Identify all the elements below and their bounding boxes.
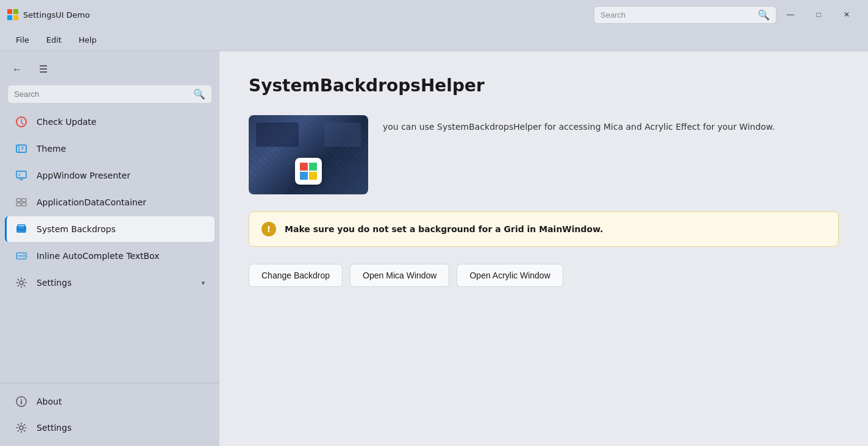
system-backdrops-label: System Backdrops [37,224,116,234]
menu-help[interactable]: Help [73,33,103,47]
sidebar-item-check-update[interactable]: Check Update [5,109,215,135]
content-area: SystemBackdropsHelper you can use System… [219,51,868,446]
maximize-button[interactable]: □ [805,5,833,24]
menu-edit[interactable]: Edit [40,33,68,47]
settings-chevron-icon: ▾ [201,279,205,287]
sidebar-item-settings[interactable]: Settings ▾ [5,270,215,296]
check-update-label: Check Update [37,117,96,127]
hero-image-icon [295,158,322,185]
main-layout: ← ☰ 🔍 Check Update [0,51,868,446]
grid-green [309,163,317,171]
settings-icon [15,276,28,289]
svg-point-17 [20,426,23,430]
svg-rect-5 [16,145,26,152]
theme-icon [15,142,28,155]
theme-label: Theme [37,144,66,154]
minimize-button[interactable]: — [777,5,805,24]
hero-description: you can use SystemBackdropsHelper for ac… [383,115,775,133]
svg-rect-3 [13,15,18,20]
app-icon [7,9,18,20]
warning-box: ! Make sure you do not set a background … [249,211,839,247]
top-search-icon: 🔍 [758,9,770,21]
top-search-box[interactable]: 🔍 [594,6,777,24]
title-bar-search-area: 🔍 [594,6,777,24]
sidebar-item-application-data-container[interactable]: ApplicationDataContainer [5,189,215,215]
page-title: SystemBackdropsHelper [249,76,839,96]
settings-bottom-label: Settings [37,423,71,433]
grid-red [300,163,308,171]
hero-image [249,115,368,194]
svg-rect-8 [22,199,26,202]
action-buttons: Change Backdrop Open Mica Window Open Ac… [249,264,839,287]
grid-blue [300,172,308,180]
change-backdrop-button[interactable]: Change Backdrop [249,264,343,287]
system-backdrops-icon [15,222,28,236]
warning-text: Make sure you do not set a background fo… [285,224,603,234]
about-icon [15,395,28,408]
sidebar: ← ☰ 🔍 Check Update [0,51,219,446]
hero-section: you can use SystemBackdropsHelper for ac… [249,115,839,194]
svg-rect-1 [13,9,18,14]
appwindow-presenter-label: AppWindow Presenter [37,171,130,180]
svg-rect-9 [16,203,21,206]
svg-rect-10 [22,203,26,206]
grid-yellow [309,172,317,180]
svg-rect-7 [16,199,21,202]
check-update-icon [15,115,28,129]
svg-rect-2 [7,15,12,20]
sidebar-item-appwindow-presenter[interactable]: AppWindow Presenter [5,163,215,188]
menu-bar: File Edit Help [0,29,868,51]
svg-point-14 [20,281,23,285]
title-bar-left: SettingsUI Demo [7,9,594,20]
menu-file[interactable]: File [10,33,35,47]
sidebar-bottom: About Settings [0,383,219,441]
about-label: About [37,397,62,406]
colorful-grid [300,163,317,180]
sidebar-item-inline-autocomplete[interactable]: Inline AutoComplete TextBox [5,243,215,269]
warning-icon: ! [261,222,276,236]
svg-rect-0 [7,9,12,14]
sidebar-search-input[interactable] [14,90,188,99]
open-mica-window-button[interactable]: Open Mica Window [350,264,449,287]
open-acrylic-window-button[interactable]: Open Acrylic Window [457,264,563,287]
settings-bottom-icon [15,421,28,434]
app-title-text: SettingsUI Demo [23,10,90,19]
close-button[interactable]: ✕ [833,5,861,24]
sidebar-item-theme[interactable]: Theme [5,136,215,161]
appwindow-presenter-icon [15,169,28,182]
back-button[interactable]: ← [10,62,24,77]
inline-autocomplete-label: Inline AutoComplete TextBox [37,251,159,261]
application-data-container-icon [15,196,28,209]
svg-rect-6 [16,171,26,178]
sidebar-item-about[interactable]: About [5,389,215,414]
inline-autocomplete-icon [15,249,28,263]
svg-point-16 [21,399,22,400]
sidebar-item-settings-bottom[interactable]: Settings [5,415,215,441]
sidebar-search-icon: 🔍 [193,88,205,100]
sidebar-search-box[interactable]: 🔍 [7,85,212,104]
sidebar-item-system-backdrops[interactable]: System Backdrops [5,216,215,242]
hamburger-button[interactable]: ☰ [34,61,52,77]
sidebar-header: ← ☰ [0,56,219,85]
application-data-container-label: ApplicationDataContainer [37,197,146,207]
window-controls: — □ ✕ [777,5,861,24]
settings-nav-label: Settings [37,278,71,288]
top-search-input[interactable] [600,10,753,19]
title-bar: SettingsUI Demo 🔍 — □ ✕ [0,0,868,29]
